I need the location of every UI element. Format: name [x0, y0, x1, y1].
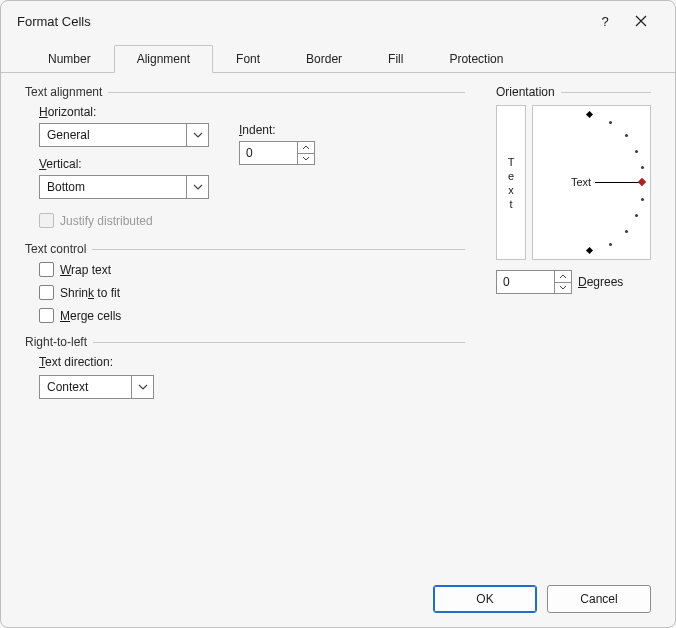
orientation-vertical-text-button[interactable]: T e x t	[496, 105, 526, 260]
chevron-down-icon	[193, 184, 203, 190]
orientation-vertical-letter: e	[508, 170, 514, 182]
tab-number[interactable]: Number	[25, 45, 114, 72]
dialog-footer: OK Cancel	[433, 585, 651, 613]
vertical-combo-button[interactable]	[186, 176, 208, 198]
help-button[interactable]: ?	[587, 7, 623, 35]
chevron-up-icon	[559, 274, 567, 279]
indent-spin-up[interactable]	[298, 142, 314, 154]
tab-font[interactable]: Font	[213, 45, 283, 72]
text-direction-combo-button[interactable]	[131, 376, 153, 398]
horizontal-combo-button[interactable]	[186, 124, 208, 146]
wrap-text-checkbox[interactable]	[39, 262, 54, 277]
vertical-combo[interactable]: Bottom	[39, 175, 209, 199]
indent-spinner[interactable]: 0	[239, 141, 315, 165]
text-direction-label: Text direction:	[39, 355, 465, 369]
tab-protection[interactable]: Protection	[426, 45, 526, 72]
tab-strip: Number Alignment Font Border Fill Protec…	[1, 41, 675, 73]
merge-cells-checkbox[interactable]	[39, 308, 54, 323]
group-text-control: Text control Wrap text Shrink to fit Mer…	[25, 242, 465, 325]
indent-value: 0	[240, 142, 297, 164]
orientation-spin-down[interactable]	[555, 283, 571, 294]
vertical-label: Vertical:	[39, 157, 209, 171]
horizontal-label: Horizontal:	[39, 105, 209, 119]
close-icon	[635, 15, 647, 27]
shrink-to-fit-label: Shrink to fit	[60, 286, 120, 300]
merge-cells-row[interactable]: Merge cells	[39, 308, 465, 323]
shrink-to-fit-row[interactable]: Shrink to fit	[39, 285, 465, 300]
indent-spin-down[interactable]	[298, 154, 314, 165]
chevron-down-icon	[193, 132, 203, 138]
group-text-alignment: Text alignment Horizontal: General Verti…	[25, 85, 465, 232]
group-text-alignment-title: Text alignment	[25, 85, 108, 99]
justify-distributed-checkbox	[39, 213, 54, 228]
horizontal-combo-value: General	[40, 128, 186, 142]
justify-distributed-row: Justify distributed	[39, 213, 209, 228]
tab-alignment[interactable]: Alignment	[114, 45, 213, 73]
tab-fill[interactable]: Fill	[365, 45, 426, 72]
chevron-down-icon	[559, 285, 567, 290]
orientation-degrees-spinner[interactable]: 0	[496, 270, 572, 294]
indent-label: Indent:	[239, 123, 315, 137]
group-orientation: Orientation T e x t	[496, 85, 651, 294]
group-right-to-left-title: Right-to-left	[25, 335, 93, 349]
group-right-to-left: Right-to-left Text direction: Context	[25, 335, 465, 399]
degrees-label: Degrees	[578, 275, 623, 289]
vertical-combo-value: Bottom	[40, 180, 186, 194]
justify-distributed-label: Justify distributed	[60, 214, 153, 228]
titlebar: Format Cells ?	[1, 1, 675, 41]
text-direction-value: Context	[40, 380, 131, 394]
orientation-spin-up[interactable]	[555, 271, 571, 283]
wrap-text-row[interactable]: Wrap text	[39, 262, 465, 277]
shrink-to-fit-checkbox[interactable]	[39, 285, 54, 300]
horizontal-combo[interactable]: General	[39, 123, 209, 147]
merge-cells-label: Merge cells	[60, 309, 121, 323]
group-orientation-title: Orientation	[496, 85, 561, 99]
text-direction-combo[interactable]: Context	[39, 375, 154, 399]
dialog-title: Format Cells	[17, 14, 587, 29]
ok-button[interactable]: OK	[433, 585, 537, 613]
orientation-vertical-letter: x	[508, 184, 514, 196]
orientation-degrees-value: 0	[497, 271, 554, 293]
chevron-up-icon	[302, 145, 310, 150]
orientation-handle[interactable]	[638, 178, 646, 186]
cancel-button[interactable]: Cancel	[547, 585, 651, 613]
chevron-down-icon	[302, 156, 310, 161]
group-text-control-title: Text control	[25, 242, 92, 256]
orientation-dial-text: Text	[571, 176, 591, 188]
orientation-dial[interactable]: Text	[532, 105, 651, 260]
chevron-down-icon	[138, 384, 148, 390]
tab-border[interactable]: Border	[283, 45, 365, 72]
close-button[interactable]	[623, 7, 659, 35]
wrap-text-label: Wrap text	[60, 263, 111, 277]
orientation-vertical-letter: T	[508, 156, 515, 168]
orientation-vertical-letter: t	[509, 198, 512, 210]
